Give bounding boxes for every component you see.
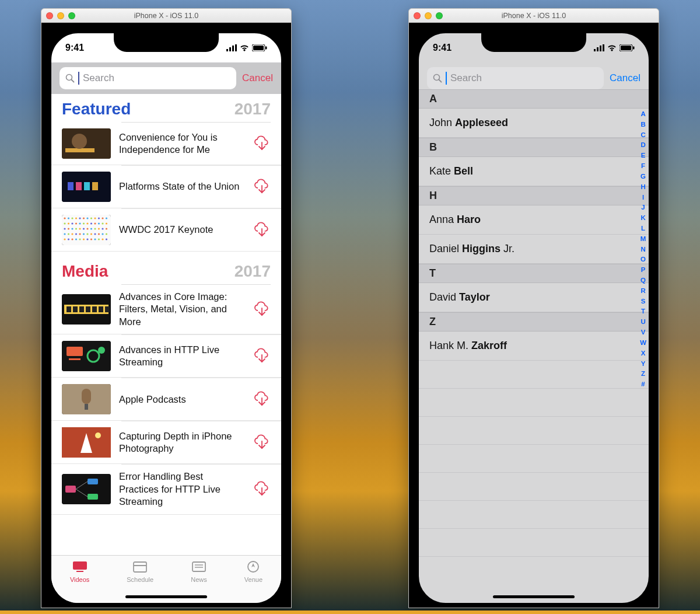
window-titlebar[interactable]: iPhone X - iOS 11.0 <box>409 9 659 23</box>
svg-point-61 <box>83 233 85 235</box>
index-letter[interactable]: U <box>640 317 646 327</box>
svg-point-60 <box>79 233 80 235</box>
section-index[interactable]: ABCDEFGHIJKLMNOPQRSTUVWXYZ# <box>640 109 646 390</box>
video-row[interactable]: Advances in Core Image: Filters, Metal, … <box>51 285 281 334</box>
index-letter[interactable]: R <box>640 286 646 296</box>
index-letter[interactable]: B <box>640 120 646 130</box>
window-titlebar[interactable]: iPhone X - iOS 11.0 <box>41 9 291 23</box>
svg-rect-123 <box>597 47 598 51</box>
download-cloud-icon[interactable] <box>253 135 271 152</box>
video-row[interactable]: WWDC 2017 Keynote <box>51 209 281 252</box>
close-window-button[interactable] <box>46 12 53 19</box>
contact-row[interactable]: Anna Haro <box>419 205 649 235</box>
video-row[interactable]: Error Handling Best Practices for HTTP L… <box>51 465 281 514</box>
search-input[interactable]: Search <box>60 67 236 89</box>
index-letter[interactable]: O <box>640 254 646 265</box>
svg-point-75 <box>90 238 92 240</box>
video-thumbnail <box>62 384 111 414</box>
index-letter[interactable]: S <box>640 296 646 307</box>
index-letter[interactable]: M <box>640 234 646 245</box>
minimize-window-button[interactable] <box>425 12 432 19</box>
index-letter[interactable]: H <box>640 182 646 193</box>
svg-point-66 <box>102 233 103 235</box>
index-letter[interactable]: K <box>640 213 646 224</box>
index-letter[interactable]: Z <box>640 369 646 379</box>
traffic-lights[interactable] <box>414 12 443 19</box>
index-letter[interactable]: P <box>640 265 646 275</box>
index-letter[interactable]: N <box>640 245 646 255</box>
scroll-content[interactable]: AJohn AppleseedBKate BellHAnna HaroDanie… <box>419 89 649 603</box>
text-cursor <box>446 72 447 85</box>
tab-venue[interactable]: Venue <box>244 560 262 583</box>
svg-rect-1 <box>229 47 231 51</box>
index-letter[interactable]: E <box>640 151 646 161</box>
home-indicator[interactable] <box>493 595 575 598</box>
index-letter[interactable]: T <box>640 306 646 317</box>
index-letter[interactable]: V <box>640 327 646 338</box>
traffic-lights[interactable] <box>46 12 75 19</box>
index-letter[interactable]: D <box>640 140 646 151</box>
video-title: Convenience for You is Independence for … <box>119 131 245 156</box>
download-cloud-icon[interactable] <box>253 390 271 408</box>
cancel-button[interactable]: Cancel <box>242 72 273 84</box>
download-cloud-icon[interactable] <box>253 434 271 451</box>
tab-label: Schedule <box>127 576 153 583</box>
home-indicator[interactable] <box>125 595 207 598</box>
video-title: WWDC 2017 Keynote <box>119 224 245 236</box>
scroll-content[interactable]: Featured2017Convenience for You is Indep… <box>51 89 281 603</box>
video-thumbnail <box>62 427 111 458</box>
index-letter[interactable]: G <box>640 172 646 182</box>
index-letter[interactable]: Q <box>640 275 646 286</box>
iphone-frame: 9:41 Search Cancel AJohn AppleseedBKate … <box>414 29 653 608</box>
tab-videos[interactable]: Videos <box>70 560 89 583</box>
search-input[interactable]: Search <box>427 67 604 89</box>
cancel-button[interactable]: Cancel <box>610 72 640 84</box>
cellular-icon <box>226 44 237 51</box>
index-letter[interactable]: X <box>640 348 646 359</box>
tab-label: Videos <box>70 576 89 583</box>
download-cloud-icon[interactable] <box>253 480 271 498</box>
download-cloud-icon[interactable] <box>253 178 271 196</box>
index-letter[interactable]: J <box>640 203 646 213</box>
index-letter[interactable]: A <box>640 109 646 120</box>
svg-point-54 <box>102 228 103 229</box>
video-row[interactable]: Apple Podcasts <box>51 378 281 421</box>
video-row[interactable]: Advances in HTTP Live Streaming <box>51 335 281 378</box>
index-letter[interactable]: I <box>640 193 646 203</box>
download-cloud-icon[interactable] <box>253 221 271 239</box>
download-cloud-icon[interactable] <box>253 301 271 318</box>
status-time: 9:41 <box>65 43 84 53</box>
close-window-button[interactable] <box>414 12 421 19</box>
contact-row[interactable]: Hank M. Zakroff <box>419 332 649 361</box>
download-cloud-icon[interactable] <box>253 347 271 365</box>
contact-row[interactable]: Daniel Higgins Jr. <box>419 235 649 264</box>
svg-point-20 <box>64 217 65 219</box>
index-letter[interactable]: W <box>640 338 646 348</box>
section-index-header: B <box>419 138 649 157</box>
video-row[interactable]: Platforms State of the Union <box>51 166 281 208</box>
contact-first: Daniel <box>429 243 462 254</box>
video-row[interactable]: Convenience for You is Independence for … <box>51 123 281 165</box>
index-letter[interactable]: F <box>640 161 646 172</box>
contact-row[interactable]: Kate Bell <box>419 157 649 186</box>
svg-rect-127 <box>621 46 631 50</box>
empty-row <box>419 529 649 557</box>
contact-row[interactable]: David Taylor <box>419 283 649 312</box>
zoom-window-button[interactable] <box>436 12 443 19</box>
contact-row[interactable]: John Appleseed <box>419 109 649 138</box>
minimize-window-button[interactable] <box>57 12 64 19</box>
video-title: Apple Podcasts <box>119 393 245 406</box>
tab-schedule[interactable]: Schedule <box>127 560 153 583</box>
index-letter[interactable]: Y <box>640 359 646 369</box>
svg-point-50 <box>86 228 88 229</box>
tab-news[interactable]: News <box>191 560 207 583</box>
svg-point-74 <box>86 238 88 240</box>
index-letter[interactable]: # <box>640 379 646 390</box>
index-letter[interactable]: C <box>640 130 646 141</box>
index-letter[interactable]: L <box>640 224 646 234</box>
video-row[interactable]: Capturing Depth in iPhone Photography <box>51 421 281 464</box>
zoom-window-button[interactable] <box>68 12 75 19</box>
svg-point-69 <box>68 238 69 240</box>
contact-last: Zakroff <box>471 340 507 351</box>
status-icons <box>594 44 635 51</box>
